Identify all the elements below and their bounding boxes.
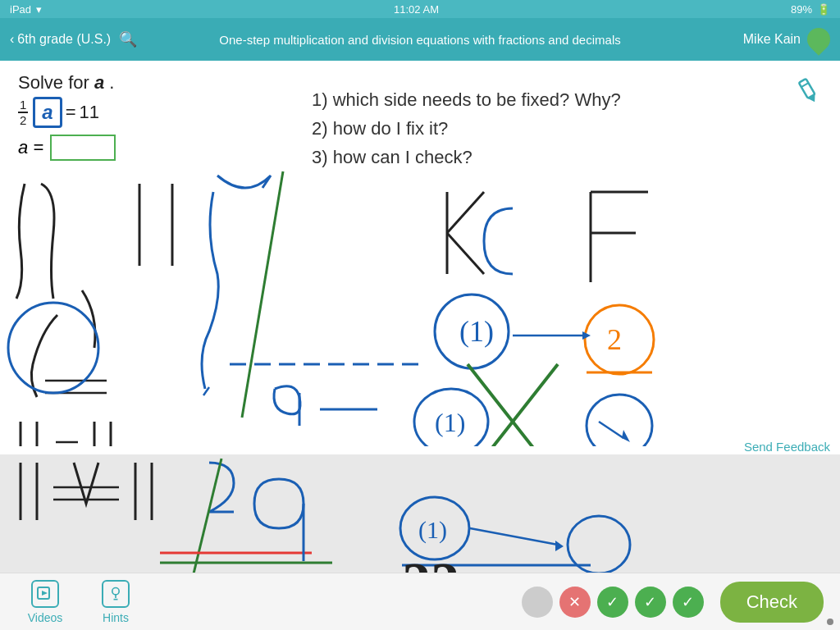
svg-line-18 <box>447 192 484 233</box>
instruction-text: 1) which side needs to be fixed? Why? 2)… <box>312 85 621 172</box>
problem-header: Solve for a . <box>18 72 114 94</box>
variable-a: a <box>33 97 62 128</box>
videos-label: Videos <box>28 611 63 624</box>
leaf-icon <box>802 23 835 56</box>
device-label: iPad <box>10 3 31 16</box>
period-label: . <box>109 72 114 93</box>
hints-icon <box>102 580 130 608</box>
equals-sign: = <box>66 102 76 123</box>
equation-display: 1 2 a = 11 <box>18 97 99 128</box>
user-name: Mike Kain <box>743 32 801 47</box>
back-button[interactable]: ‹ 6th grade (U.S.) <box>10 32 111 47</box>
instruction-line1: 1) which side needs to be fixed? Why? <box>312 85 621 114</box>
status-right: 89% 🔋 <box>791 3 830 16</box>
send-feedback-button[interactable]: Send Feedback <box>744 440 830 454</box>
videos-icon <box>31 580 59 608</box>
bottom-toolbar: Videos Hints ✕ ✓ ✓ ✓ Check <box>0 573 840 630</box>
problem-area: Solve for a . 1 2 a = 11 a = 1) which si… <box>0 61 840 454</box>
svg-point-35 <box>587 395 652 446</box>
svg-text:(1): (1) <box>418 516 447 544</box>
back-label: 6th grade (U.S.) <box>17 32 111 47</box>
svg-line-15 <box>242 171 283 418</box>
home-dot <box>827 619 833 625</box>
svg-marker-54 <box>555 541 564 551</box>
svg-marker-37 <box>622 430 630 442</box>
answer-input[interactable] <box>50 135 116 161</box>
status-left: iPad ▾ <box>10 3 42 16</box>
rhs-value: 11 <box>80 102 99 123</box>
answer-bubbles: ✕ ✓ ✓ ✓ <box>522 587 704 618</box>
svg-text:(1): (1) <box>435 408 465 437</box>
wifi-icon: ▾ <box>36 3 42 16</box>
videos-button[interactable]: Videos <box>16 580 74 624</box>
svg-text:22: 22 <box>402 551 459 573</box>
variable-label: a <box>94 72 104 93</box>
search-icon[interactable]: 🔍 <box>119 30 137 48</box>
svg-marker-1 <box>808 94 819 104</box>
answer-row: a = <box>18 135 116 161</box>
svg-line-47 <box>189 459 221 573</box>
fraction-numerator: 1 <box>18 98 28 113</box>
svg-point-61 <box>112 587 119 594</box>
user-section: Mike Kain <box>743 28 830 51</box>
battery-icon: 🔋 <box>817 3 830 16</box>
svg-line-2 <box>801 83 809 87</box>
svg-line-34 <box>468 364 558 446</box>
hints-button[interactable]: Hints <box>87 580 144 624</box>
hints-label: Hints <box>103 611 129 624</box>
scratchpad-area[interactable]: Clear (1) <box>0 454 840 573</box>
svg-line-33 <box>468 364 558 446</box>
back-chevron-icon: ‹ <box>10 32 14 47</box>
bubble-1[interactable] <box>522 587 553 618</box>
instruction-line2: 2) how do I fix it? <box>312 114 621 143</box>
answer-label: a = <box>18 137 43 158</box>
page-title: One-step multiplication and division equ… <box>174 33 666 47</box>
svg-rect-0 <box>799 79 815 98</box>
svg-point-13 <box>8 303 98 393</box>
nav-bar: ‹ 6th grade (U.S.) 🔍 One-step multiplica… <box>0 18 840 61</box>
battery-label: 89% <box>791 3 812 16</box>
svg-text:2: 2 <box>607 323 622 356</box>
main-area: Solve for a . 1 2 a = 11 a = 1) which si… <box>0 61 840 573</box>
bubble-5[interactable]: ✓ <box>673 587 704 618</box>
fraction-denominator: 2 <box>20 113 26 127</box>
bubble-3[interactable]: ✓ <box>597 587 628 618</box>
status-bar: iPad ▾ 11:02 AM 89% 🔋 <box>0 0 840 18</box>
svg-line-36 <box>599 422 623 438</box>
solve-label: Solve for <box>18 72 89 93</box>
scratchpad-drawing: (1) 22 + <box>0 454 746 573</box>
bubble-4[interactable]: ✓ <box>635 587 666 618</box>
drawing-work-area: (1) 2 (1) <box>0 167 738 446</box>
time-display: 11:02 AM <box>394 3 439 16</box>
svg-text:(1): (1) <box>459 315 494 348</box>
fraction-display: 1 2 <box>18 98 28 127</box>
svg-marker-60 <box>42 591 48 596</box>
svg-line-53 <box>470 528 558 545</box>
pencil-icon[interactable] <box>794 75 824 108</box>
check-button[interactable]: Check <box>720 582 824 623</box>
bubble-2[interactable]: ✕ <box>559 587 591 618</box>
svg-line-19 <box>447 233 484 274</box>
